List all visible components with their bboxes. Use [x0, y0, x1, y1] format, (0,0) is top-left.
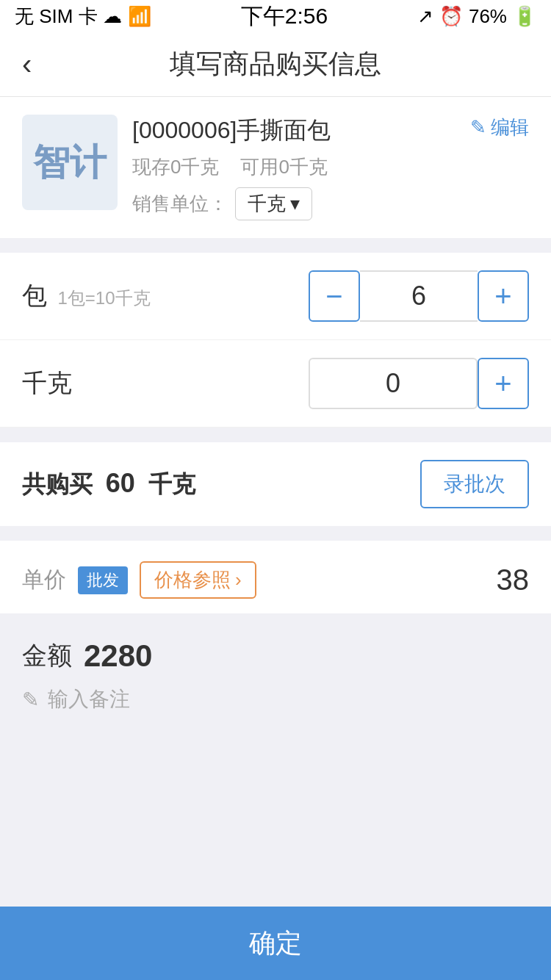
amount-section: 金额 2280 ✎ 输入备注 [0, 621, 551, 725]
price-row: 单价 批发 价格参照 › 38 [22, 561, 529, 599]
kg-plus-button[interactable]: + [478, 358, 529, 409]
edit-icon: ✎ [470, 116, 486, 139]
kg-quantity-input[interactable] [309, 358, 478, 409]
status-bar: 无 SIM 卡 ☁ 📶 下午2:56 ↗ ⏰ 76% 🔋 [0, 0, 551, 32]
total-label: 共购买 60 千克 [22, 468, 195, 501]
dropdown-icon: ▾ [290, 192, 300, 215]
product-logo-icon: 智计 [33, 138, 107, 187]
product-card: 智计 [0000006]手撕面包 ✎ 编辑 现存0千克 可用0千克 销售单位： … [0, 97, 551, 238]
price-section: 单价 批发 价格参照 › 38 [0, 541, 551, 613]
status-time: 下午2:56 [241, 1, 328, 32]
bottom-bar[interactable]: 确定 [0, 907, 551, 980]
product-header-row: [0000006]手撕面包 ✎ 编辑 [132, 115, 529, 154]
kg-label: 千克 [22, 369, 72, 397]
bao-plus-button[interactable]: + [478, 270, 529, 322]
note-placeholder: 输入备注 [48, 685, 130, 713]
product-image: 智计 [22, 115, 118, 210]
quantity-label-kg: 千克 [22, 367, 309, 400]
batch-button[interactable]: 录批次 [420, 460, 529, 508]
price-ref-button[interactable]: 价格参照 › [140, 561, 256, 599]
unit-value: 千克 [248, 191, 286, 217]
wifi-icon: 📶 [128, 5, 151, 28]
bao-minus-button[interactable]: − [309, 270, 360, 322]
price-ref-arrow-icon: › [235, 569, 242, 591]
product-info: [0000006]手撕面包 ✎ 编辑 现存0千克 可用0千克 销售单位： 千克 … [132, 115, 529, 220]
available-label: 可用0千克 [240, 156, 327, 178]
product-unit-row: 销售单位： 千克 ▾ [132, 187, 529, 220]
nav-bar: ‹ 填写商品购买信息 [0, 32, 551, 97]
quantity-row-kg: 千克 + [0, 340, 551, 428]
product-name: [0000006]手撕面包 [132, 115, 331, 147]
product-stock: 现存0千克 可用0千克 [132, 154, 529, 180]
stock-label: 现存0千克 [132, 156, 219, 178]
alarm-icon: ⏰ [439, 5, 463, 28]
sim-label: 无 SIM 卡 ☁ [15, 4, 122, 29]
page-title: 填写商品购买信息 [170, 46, 381, 82]
total-unit: 千克 [148, 471, 195, 497]
note-row[interactable]: ✎ 输入备注 [22, 685, 529, 713]
bao-sublabel: 1包=10千克 [57, 288, 150, 308]
total-amount: 60 [106, 468, 135, 498]
unit-select[interactable]: 千克 ▾ [235, 187, 312, 220]
price-tag: 批发 [78, 566, 128, 594]
amount-value: 2280 [84, 638, 152, 674]
quantity-label-bao: 包 1包=10千克 [22, 279, 309, 313]
edit-label: 编辑 [491, 115, 529, 140]
edit-button[interactable]: ✎ 编辑 [470, 115, 529, 140]
confirm-button-label: 确定 [249, 926, 302, 962]
amount-row: 金额 2280 [22, 638, 529, 674]
price-label: 单价 [22, 565, 66, 595]
quantity-section: 包 1包=10千克 − + 千克 + [0, 253, 551, 428]
amount-label: 金额 [22, 639, 72, 673]
price-value: 38 [497, 563, 530, 597]
price-ref-label: 价格参照 [154, 567, 231, 593]
battery-label: 76% [469, 5, 507, 28]
total-prefix: 共购买 [22, 471, 93, 497]
bao-quantity-input[interactable] [360, 270, 478, 322]
total-row: 共购买 60 千克 录批次 [0, 442, 551, 526]
kg-quantity-control: + [309, 358, 529, 409]
bao-quantity-control: − + [309, 270, 529, 322]
note-icon: ✎ [22, 688, 39, 712]
quantity-row-bao: 包 1包=10千克 − + [0, 253, 551, 340]
location-icon: ↗ [417, 5, 433, 28]
unit-label: 销售单位： [132, 191, 228, 217]
back-button[interactable]: ‹ [22, 48, 32, 81]
bao-label: 包 [22, 281, 47, 309]
status-right: ↗ ⏰ 76% 🔋 [417, 5, 536, 28]
battery-icon: 🔋 [513, 5, 536, 28]
status-left: 无 SIM 卡 ☁ 📶 [15, 4, 151, 29]
